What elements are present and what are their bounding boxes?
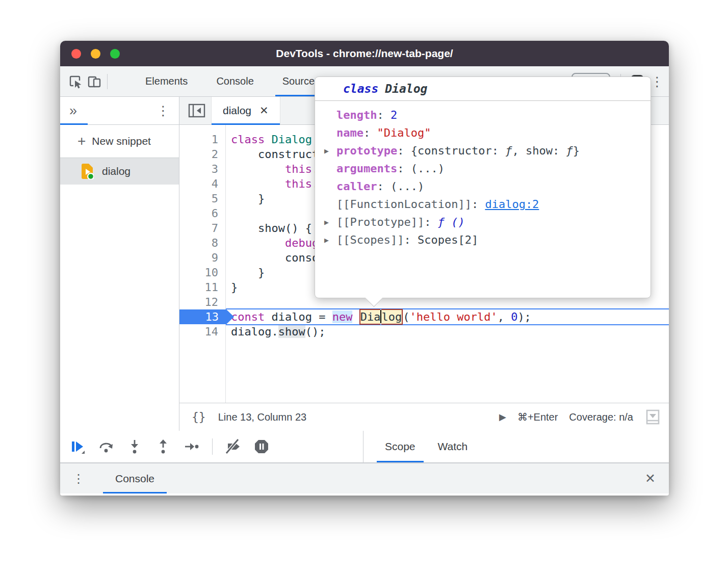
property-value: } [573, 144, 580, 157]
screenshot-stage: DevTools - chrome://new-tab-page/ Elemen… [0, 0, 728, 572]
line-number-8[interactable]: 8 [179, 236, 225, 250]
popup-property-row: arguments: (...) [315, 160, 651, 177]
debugger-controls [60, 431, 363, 462]
property-value: ƒ () [438, 216, 465, 228]
property-value: ƒ [566, 144, 573, 157]
deactivate-breakpoints-button[interactable] [225, 438, 241, 455]
resume-button[interactable] [69, 438, 86, 455]
debugger-separator [212, 438, 213, 455]
snippet-item-dialog[interactable]: dialog [60, 158, 179, 185]
popup-property-row: caller: (...) [315, 177, 651, 195]
popup-property-row: ▶prototype: {constructor: ƒ, show: ƒ} [315, 142, 651, 160]
drawer-tab-console[interactable]: Console [103, 463, 167, 493]
window-title: DevTools - chrome://new-tab-page/ [60, 47, 669, 60]
popup-property-row: ▶[[Prototype]]: ƒ () [315, 213, 651, 231]
object-preview-popup: class Dialog length: 2name: "Dialog"▶pro… [315, 76, 651, 298]
drawer-kebab-icon[interactable]: ⋮ [72, 472, 85, 486]
line-number-2[interactable]: 2 [179, 147, 225, 162]
popup-property-row: [[FunctionLocation]]: dialog:2 [315, 195, 651, 213]
debugger-toolbar: ScopeWatch [60, 431, 669, 463]
expand-triangle-icon[interactable]: ▶ [324, 231, 336, 249]
expand-triangle-icon[interactable]: ▶ [324, 214, 336, 231]
side-tab-scope[interactable]: Scope [374, 431, 427, 462]
titlebar: DevTools - chrome://new-tab-page/ [60, 41, 669, 66]
property-name: [[Prototype]] [336, 216, 424, 228]
step-out-button[interactable] [155, 438, 171, 455]
line-number-1[interactable]: 1 [179, 132, 225, 147]
property-name: length [336, 109, 377, 121]
line-number-4[interactable]: 4 [179, 176, 225, 191]
popup-class-name: Dialog [385, 82, 427, 95]
device-toolbar-icon[interactable] [85, 72, 104, 91]
property-value: , show: [512, 144, 566, 157]
close-drawer-icon[interactable]: ✕ [645, 471, 656, 486]
line-number-10[interactable]: 10 [179, 265, 225, 280]
main-menu-kebab-icon[interactable]: ⋮ [651, 75, 664, 88]
line-number-6[interactable]: 6 [179, 206, 225, 221]
line-number-gutter: 1234567891011121314 [179, 125, 226, 403]
property-value: (...) [411, 162, 445, 175]
editor-tab-label: dialog [223, 105, 251, 117]
side-tab-watch[interactable]: Watch [427, 431, 479, 462]
popup-property-row: name: "Dialog" [315, 124, 651, 142]
function-location-link[interactable]: dialog:2 [485, 198, 539, 211]
popup-header: class Dialog [315, 77, 651, 101]
console-drawer: ⋮ Console ✕ [60, 463, 669, 493]
step-into-button[interactable] [126, 438, 143, 455]
toolbar-separator [107, 74, 108, 89]
line-number-11[interactable]: 11 [179, 280, 225, 295]
line-number-3[interactable]: 3 [179, 162, 225, 176]
line-number-9[interactable]: 9 [179, 250, 225, 265]
hide-navigator-icon[interactable] [187, 100, 207, 121]
snippets-sidebar: » ⋮ + New snippet dialog [60, 97, 179, 431]
pause-on-exceptions-button[interactable] [253, 438, 270, 455]
panel-tab-console[interactable]: Console [202, 66, 268, 96]
inspect-element-icon[interactable] [65, 72, 85, 91]
sidebar-header: » ⋮ [60, 97, 179, 125]
close-tab-icon[interactable]: ✕ [259, 105, 269, 117]
code-line-13[interactable]: const dialog = new Dialog('hello world',… [226, 309, 669, 324]
line-number-13[interactable]: 13 [179, 309, 234, 324]
property-value: 2 [391, 109, 397, 121]
line-number-5[interactable]: 5 [179, 191, 225, 206]
popup-properties: length: 2name: "Dialog"▶prototype: {cons… [315, 101, 651, 249]
property-name: [[FunctionLocation]] [336, 198, 472, 211]
line-number-12[interactable]: 12 [179, 295, 225, 309]
run-snippet-icon[interactable]: ▶ [499, 411, 506, 423]
panel-tab-elements[interactable]: Elements [131, 66, 202, 96]
new-snippet-button[interactable]: + New snippet [60, 125, 179, 158]
sidebar-kebab-icon[interactable]: ⋮ [157, 104, 170, 117]
property-name: arguments [336, 162, 397, 175]
line-number-14[interactable]: 14 [179, 324, 225, 339]
step-button[interactable] [184, 438, 200, 455]
property-name: prototype [336, 144, 397, 157]
more-tabs-icon[interactable]: » [69, 103, 77, 119]
property-value: {constructor: [411, 144, 505, 157]
property-value: Scopes[2] [418, 233, 478, 246]
cursor-position: Line 13, Column 23 [218, 411, 306, 423]
editor-tab-dialog[interactable]: dialog ✕ [211, 97, 280, 124]
line-number-7[interactable]: 7 [179, 221, 225, 236]
property-value: (...) [391, 180, 424, 193]
expand-triangle-icon[interactable]: ▶ [324, 142, 336, 160]
popup-class-keyword: class [343, 82, 378, 95]
popup-property-row: length: 2 [315, 106, 651, 124]
run-shortcut: ⌘+Enter [517, 411, 558, 423]
property-name: name [336, 126, 363, 139]
debugger-side-tabs: ScopeWatch [363, 431, 669, 462]
toggle-drawer-icon[interactable] [644, 408, 661, 426]
code-line-14[interactable]: dialog.show(); [226, 324, 669, 339]
new-snippet-label: New snippet [92, 135, 151, 147]
property-value: ƒ [505, 144, 512, 157]
step-over-button[interactable] [98, 438, 114, 455]
editor-statusbar: {} Line 13, Column 23 ▶ ⌘+Enter Coverage… [179, 403, 669, 431]
window-bottom-edge [60, 493, 669, 496]
pretty-print-icon[interactable]: {} [192, 410, 206, 424]
plus-icon: + [77, 133, 86, 149]
snippet-file-icon [81, 163, 94, 179]
coverage-status: Coverage: n/a [569, 411, 633, 423]
snippet-list: dialog [60, 158, 179, 185]
panel-tabs: ElementsConsoleSources [131, 66, 334, 96]
property-value: "Dialog" [377, 126, 431, 139]
property-name: [[Scopes]] [336, 233, 404, 246]
